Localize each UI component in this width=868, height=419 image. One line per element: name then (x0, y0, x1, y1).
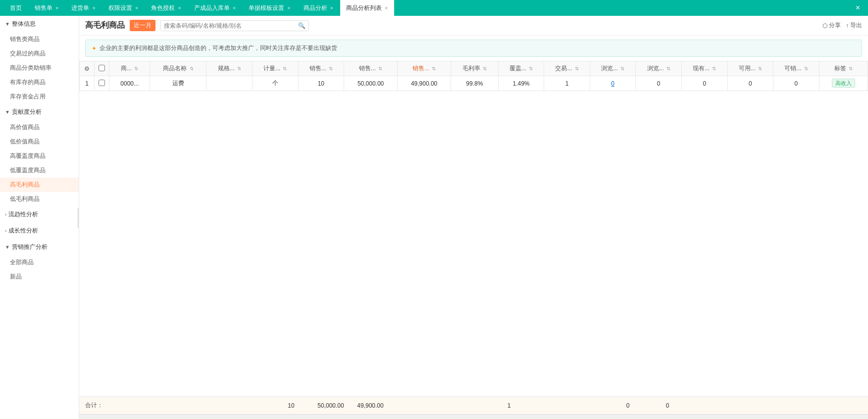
sidebar-item-high-coverage[interactable]: 高覆盖度商品 (0, 149, 79, 163)
time-filter-button[interactable]: 近一月 (130, 20, 155, 31)
col-views1[interactable]: 浏览... ⇅ (590, 61, 636, 76)
sidebar-item-new-goods[interactable]: 新品 (0, 270, 79, 284)
arrow-overall: ▼ (5, 21, 10, 27)
sidebar-section-growth[interactable]: › 成长性分析 (0, 223, 79, 239)
col-spec[interactable]: 规格... ⇅ (206, 61, 253, 76)
nav-sales-label: 销售单 (35, 4, 52, 12)
sidebar-item-in-stock[interactable]: 有库存的商品 (0, 75, 79, 90)
sidebar-section-marketing[interactable]: ▼ 营销推广分析 (0, 239, 79, 255)
col-checkbox[interactable] (95, 61, 109, 76)
nav-tab-home[interactable]: 首页 (4, 0, 28, 16)
row-spec (206, 76, 253, 91)
footer-trade-count: 1 (489, 402, 529, 409)
col-available-stock[interactable]: 可用... ⇅ (727, 61, 773, 76)
nav-home-label: 首页 (10, 4, 22, 12)
row-views2: 0 (636, 76, 682, 91)
col-coverage[interactable]: 覆盖... ⇅ (498, 61, 544, 76)
sidebar-section-contribution[interactable]: ▼ 贡献度分析 (0, 104, 79, 120)
sidebar-item-traded-goods[interactable]: 交易过的商品 (0, 47, 79, 61)
nav-close-template[interactable]: × (287, 5, 290, 11)
row-trade-count: 1 (544, 76, 590, 91)
col-gross-margin[interactable]: 毛利率 ⇅ (451, 61, 499, 76)
row-checkbox-cell[interactable] (95, 76, 109, 91)
sidebar-section-overall[interactable]: ▼ 整体信息 (0, 16, 79, 32)
row-checkbox[interactable] (99, 80, 105, 86)
window-close-button[interactable]: × (852, 3, 864, 12)
col-sales-qty[interactable]: 销售... ⇅ (298, 61, 344, 76)
col-sales-amount-sort: ⇅ (378, 66, 382, 71)
row-sales-amount: 50,000.00 (344, 76, 398, 91)
content-header: 高毛利商品 近一月 🔍 ⬡ 分享 ↑ 导出 (79, 16, 868, 36)
nav-close-analysis[interactable]: × (330, 5, 333, 11)
col-spec-sort: ⇅ (237, 66, 241, 71)
col-sales-profit-sort: ⇅ (432, 66, 436, 71)
nav-close-inbound[interactable]: × (233, 5, 236, 11)
sidebar-item-high-value[interactable]: 高价值商品 (0, 120, 79, 135)
tag-high-income: 高收入 (832, 79, 855, 88)
sidebar-item-stock-capital[interactable]: 库存资金占用 (0, 90, 79, 104)
nav-tab-analysis-list[interactable]: 商品分析列表 × (340, 0, 394, 16)
bottom-scrollbar[interactable] (79, 414, 868, 419)
row-gross-margin: 99.8% (451, 76, 499, 91)
row-unit: 个 (252, 76, 298, 91)
nav-tab-permission[interactable]: 权限设置 × (102, 0, 144, 16)
arrow-marketing: ▼ (5, 244, 10, 250)
nav-tab-analysis[interactable]: 商品分析 × (298, 0, 339, 16)
share-button[interactable]: ⬡ 分享 (822, 21, 841, 30)
sidebar-section-marketing-items: 全部商品 新品 (0, 255, 79, 284)
col-sales-amount[interactable]: 销售... ⇅ (344, 61, 398, 76)
nav-tab-sales[interactable]: 销售单 × (29, 0, 64, 16)
nav-close-sales[interactable]: × (55, 5, 58, 11)
export-button[interactable]: ↑ 导出 (846, 21, 862, 30)
col-saleable-stock[interactable]: 可销... ⇅ (773, 61, 819, 76)
data-table: ⚙ 商... ⇅ 商品名称 ⇅ (79, 61, 868, 91)
footer-current-stock: 0 (608, 402, 648, 409)
col-sales-qty-sort: ⇅ (329, 66, 333, 71)
nav-close-purchase[interactable]: × (92, 5, 95, 11)
col-trade-count[interactable]: 交易... ⇅ (544, 61, 590, 76)
col-sales-profit-label: 销售... (412, 65, 429, 72)
col-saleable-stock-sort: ⇅ (804, 66, 808, 71)
nav-close-analysis-list[interactable]: × (385, 5, 388, 11)
nav-close-role[interactable]: × (178, 5, 181, 11)
nav-tab-template[interactable]: 单据模板设置 × (243, 0, 296, 16)
col-current-stock[interactable]: 现有... ⇅ (682, 61, 728, 76)
select-all-checkbox[interactable] (99, 65, 105, 71)
row-views1[interactable]: 0 (590, 76, 636, 91)
footer-spacer1 (390, 402, 489, 409)
sidebar-section-marketing-label: 营销推广分析 (12, 243, 48, 251)
col-sales-profit[interactable]: 销售... ⇅ (398, 61, 451, 76)
info-banner-text: 企业的主要的利润都是这部分商品创造的，可考虑加大推广，同时关注库存是不要出现缺货 (100, 44, 337, 52)
search-icon[interactable]: 🔍 (298, 22, 306, 29)
col-views2[interactable]: 浏览... ⇅ (636, 61, 682, 76)
col-unit-sort: ⇅ (283, 66, 287, 71)
col-unit[interactable]: 计量... ⇅ (252, 61, 298, 76)
nav-tab-role[interactable]: 角色授权 × (145, 0, 187, 16)
sidebar-section-trend[interactable]: › 流趋性分析 (0, 206, 79, 223)
col-settings[interactable]: ⚙ (80, 61, 95, 76)
nav-tab-purchase[interactable]: 进货单 × (65, 0, 101, 16)
sidebar-item-high-margin[interactable]: 高毛利商品 (0, 178, 79, 192)
footer-available-stock: 0 (648, 402, 687, 409)
sidebar-item-low-value[interactable]: 低价值商品 (0, 135, 79, 149)
sidebar-section-contribution-items: 高价值商品 低价值商品 高覆盖度商品 低覆盖度商品 高毛利商品 低毛利商品 (0, 120, 79, 206)
nav-tab-inbound[interactable]: 产成品入库单 × (188, 0, 242, 16)
row-code: 0000... (109, 76, 150, 91)
export-icon: ↑ (846, 22, 849, 29)
search-input[interactable] (164, 22, 296, 29)
table-wrapper: ⚙ 商... ⇅ 商品名称 ⇅ (79, 61, 868, 396)
footer-sales-profit: 49,900.00 (351, 402, 390, 409)
sidebar-item-category-rate[interactable]: 商品分类助销率 (0, 61, 79, 75)
sidebar-item-all-goods[interactable]: 全部商品 (0, 255, 79, 270)
sidebar-item-low-coverage[interactable]: 低覆盖度商品 (0, 163, 79, 178)
col-tag[interactable]: 标签 ⇅ (819, 61, 868, 76)
sidebar-item-sales-goods[interactable]: 销售类商品 (0, 32, 79, 47)
info-icon: ✦ (92, 45, 97, 52)
row-saleable-stock: 0 (773, 76, 819, 91)
sidebar-item-low-margin[interactable]: 低毛利商品 (0, 192, 79, 206)
col-name[interactable]: 商品名称 ⇅ (150, 61, 206, 76)
footer-spacer2 (529, 402, 608, 409)
col-code[interactable]: 商... ⇅ (109, 61, 150, 76)
nav-close-permission[interactable]: × (135, 5, 138, 11)
row-tag: 高收入 (819, 76, 868, 91)
